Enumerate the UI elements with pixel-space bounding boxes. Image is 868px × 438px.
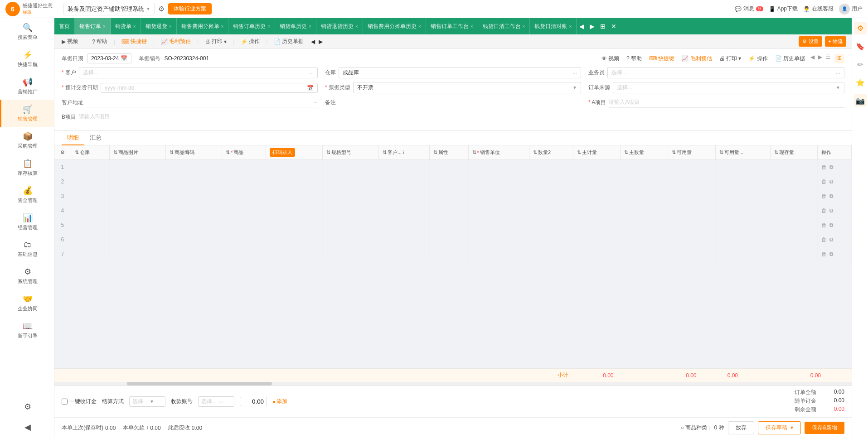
row-unit-6[interactable] <box>468 232 529 247</box>
row-code-7[interactable] <box>166 247 222 261</box>
shortcut-btn[interactable]: ⌨ 快捷键 <box>120 37 149 46</box>
warehouse-input[interactable]: 成品库 ··· <box>339 67 581 78</box>
sidebar-item-finance[interactable]: 💰 资金管理 <box>0 181 54 208</box>
row-unit-3[interactable] <box>468 189 529 203</box>
row-spec-3[interactable] <box>322 189 378 203</box>
row-spec-1[interactable] <box>322 160 378 174</box>
copy-row-icon[interactable]: ⧉ <box>829 251 834 257</box>
add-material-btn[interactable]: + 物流 <box>825 36 846 47</box>
tab-close-icon[interactable]: × <box>309 24 311 29</box>
hist-icon-btn[interactable]: 📄 历史单据 <box>773 54 807 63</box>
tab-expense-history[interactable]: 销售费用分摊单历史 × <box>363 18 426 34</box>
row-unit-2[interactable] <box>468 174 529 189</box>
row-product-4[interactable] <box>222 203 266 218</box>
sidebar-item-basic[interactable]: 🗂 基础信息 <box>0 236 54 262</box>
settings-icon[interactable]: ⚙ <box>158 5 165 13</box>
help-icon-btn[interactable]: ? 帮助 <box>625 54 644 63</box>
settlement-select[interactable]: 选择... ▼ <box>129 396 165 407</box>
tab-close-icon[interactable]: × <box>523 24 525 29</box>
row-unit-5[interactable] <box>468 218 529 232</box>
row-custcode-7[interactable] <box>378 247 429 261</box>
invoice-select[interactable]: 不开票 ▼ <box>353 82 581 93</box>
date-input-wrapper[interactable]: 2023-03-24 📅 <box>87 53 131 63</box>
row-warehouse-3[interactable] <box>71 189 110 203</box>
history-btn[interactable]: 📄 历史单据 <box>272 37 305 46</box>
row-mainqty-6[interactable] <box>621 232 668 247</box>
row-spec-6[interactable] <box>322 232 378 247</box>
row-mainqty-2[interactable] <box>621 174 668 189</box>
staff-input[interactable]: 选择... ··· <box>607 67 844 78</box>
tab-close-icon[interactable]: × <box>267 24 270 29</box>
sidebar-item-quick-nav[interactable]: ⚡ 快捷导航 <box>0 45 54 72</box>
tab-sales-refund[interactable]: 销货退货 × <box>141 18 177 34</box>
sidebar-item-operation[interactable]: 📊 经营管理 <box>0 208 54 236</box>
row-warehouse-7[interactable] <box>71 247 110 261</box>
tab-cash-verify[interactable]: 钱货日清对账 × <box>530 18 577 34</box>
row-custcode-5[interactable] <box>378 218 429 232</box>
row-attr-5[interactable] <box>429 218 468 232</box>
tab-more-btn[interactable]: ⊞ <box>597 18 608 34</box>
row-attr-2[interactable] <box>429 174 468 189</box>
row-unit-7[interactable] <box>468 247 529 261</box>
tab-summary[interactable]: 汇总 <box>84 131 107 145</box>
sidebar-item-purchase[interactable]: 📦 采购管理 <box>0 127 54 154</box>
app-download-btn[interactable]: 📱 App下载 <box>769 5 798 13</box>
industry-btn[interactable]: 体验行业方案 <box>168 3 212 14</box>
row-qty2-1[interactable] <box>529 160 573 174</box>
delete-row-icon[interactable]: 🗑 <box>821 251 827 257</box>
right-panel-settings-icon[interactable]: ⚙ <box>854 22 867 34</box>
delete-row-icon[interactable]: 🗑 <box>821 207 827 214</box>
row-product-6[interactable] <box>222 232 266 247</box>
row-qty2-7[interactable] <box>529 247 573 261</box>
row-product-1[interactable] <box>222 160 266 174</box>
tab-return-history[interactable]: 销货单历史 × <box>275 18 316 34</box>
row-warehouse-5[interactable] <box>71 218 110 232</box>
right-panel-star-icon[interactable]: ⭐ <box>854 76 867 89</box>
row-attr-3[interactable] <box>429 189 468 203</box>
delete-row-icon[interactable]: 🗑 <box>821 178 827 185</box>
sidebar-collapse-btn[interactable]: ◀ <box>0 418 54 438</box>
row-warehouse-2[interactable] <box>71 174 110 189</box>
sidebar-settings-btn[interactable]: ⚙ <box>0 397 54 418</box>
save-new-btn[interactable]: 保存&新增 <box>805 422 844 434</box>
sidebar-item-search[interactable]: 🔍 搜索菜单 <box>0 18 54 45</box>
tab-order-workbench[interactable]: 销售订单工作台 × <box>426 18 478 34</box>
row-qty2-4[interactable] <box>529 203 573 218</box>
sidebar-item-guide[interactable]: 📖 新手引导 <box>0 317 54 344</box>
row-custcode-4[interactable] <box>378 203 429 218</box>
scan-btn[interactable]: 扫码录入 <box>270 148 295 157</box>
row-spec-5[interactable] <box>322 218 378 232</box>
settings-floating-btn[interactable]: ⚙ 设置 <box>799 36 822 47</box>
row-attr-6[interactable] <box>429 232 468 247</box>
view-btn[interactable]: ▶ 视频 <box>60 37 80 46</box>
scroll-bar-area[interactable] <box>54 382 852 385</box>
message-btn[interactable]: 💬 消息 9 <box>735 5 763 13</box>
delete-row-icon[interactable]: 🗑 <box>821 193 827 199</box>
sidebar-item-marketing[interactable]: 📢 营销推广 <box>0 72 54 100</box>
order-source-select[interactable]: 选择... ▼ <box>613 82 844 93</box>
add-payment-btn[interactable]: ● 添加 <box>272 398 287 405</box>
row-spec-4[interactable] <box>322 203 378 218</box>
row-mainqty-7[interactable] <box>621 247 668 261</box>
address-input[interactable]: ··· <box>86 98 318 107</box>
row-warehouse-6[interactable] <box>71 232 110 247</box>
row-custcode-2[interactable] <box>378 174 429 189</box>
operations-btn[interactable]: ⚡ 操作 <box>239 37 262 46</box>
print-icon-btn[interactable]: 🖨 打印 ▾ <box>718 54 743 63</box>
row-mainqty-3[interactable] <box>621 189 668 203</box>
sidebar-item-enterprise[interactable]: 🤝 企业协同 <box>0 289 54 317</box>
row-product-7[interactable] <box>222 247 266 261</box>
a-project-input[interactable]: 请输入A项目 <box>609 97 844 108</box>
right-panel-bookmark-icon[interactable]: 🔖 <box>854 40 867 53</box>
row-custcode-3[interactable] <box>378 189 429 203</box>
row-unit-1[interactable] <box>468 160 529 174</box>
row-code-1[interactable] <box>166 160 222 174</box>
row-mainqty-1[interactable] <box>621 160 668 174</box>
row-product-3[interactable] <box>222 189 266 203</box>
tab-cash-workbench[interactable]: 钱货日清工作台 × <box>478 18 530 34</box>
row-code-4[interactable] <box>166 203 222 218</box>
sidebar-item-inventory[interactable]: 📋 库存核算 <box>0 154 54 181</box>
view-icon-btn[interactable]: 👁 视频 <box>600 54 621 63</box>
copy-row-icon[interactable]: ⧉ <box>829 164 834 170</box>
quick-payment-checkbox[interactable] <box>62 399 68 404</box>
